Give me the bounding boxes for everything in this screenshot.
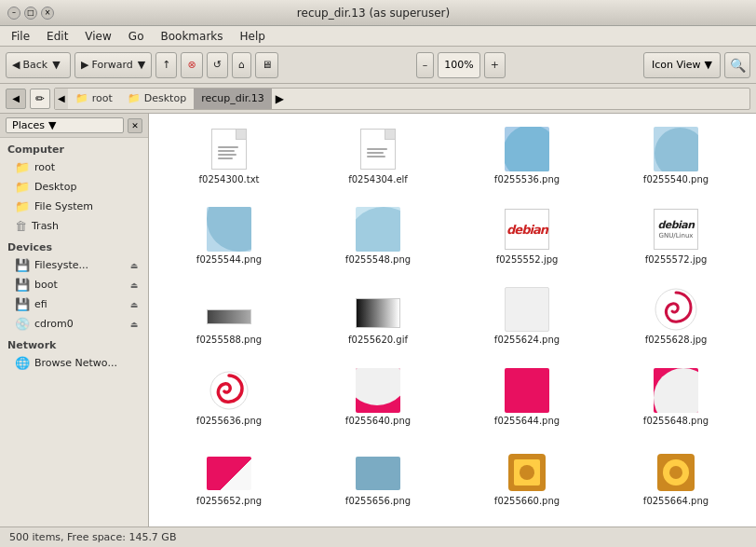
file-item[interactable]: f0255628.jpg [603, 281, 749, 358]
forward-button[interactable]: ▶ Forward ▼ [74, 52, 152, 78]
sidebar-section-network: Network [0, 334, 148, 353]
file-grid: f0254300.txt f0254304.elf [149, 114, 756, 526]
eject-button[interactable]: ⏏ [128, 298, 141, 311]
breadcrumb-root-label: root [92, 92, 113, 104]
breadcrumb-desktop-label: Desktop [144, 92, 186, 104]
menu-go[interactable]: Go [121, 28, 152, 45]
file-icon-elf [356, 127, 400, 171]
zoom-plus-button[interactable]: + [484, 52, 506, 78]
edit-location-button[interactable]: ✏ [30, 89, 50, 109]
file-item[interactable]: f0255588.png [156, 281, 302, 358]
file-label: f0255572.jpg [645, 253, 708, 266]
eject-button[interactable]: ⏏ [128, 279, 141, 292]
file-icon-png [207, 448, 251, 493]
maximize-button[interactable]: □ [24, 7, 37, 20]
eject-button[interactable]: ⏏ [128, 318, 141, 331]
file-icon-jpg [654, 287, 698, 332]
file-item[interactable]: f0255664.png [603, 443, 749, 519]
minimize-button[interactable]: – [7, 7, 20, 20]
file-item[interactable]: f0255660.png [454, 443, 600, 519]
breadcrumb-current[interactable]: recup_dir.13 [194, 89, 272, 109]
sidebar-item-boot[interactable]: 💾 boot ⏏ [0, 275, 148, 294]
sidebar-item-efi[interactable]: 💾 efi ⏏ [0, 294, 148, 314]
file-icon-png [207, 368, 251, 413]
sidebar-header: Places ▼ ✕ [0, 114, 148, 138]
home-button[interactable]: ⌂ [232, 52, 251, 78]
sidebar-item-filesystem[interactable]: 📁 File System [0, 197, 148, 216]
file-item[interactable]: f0255636.png [156, 362, 302, 439]
file-icon-png [505, 127, 549, 171]
file-item[interactable]: debian f0255552.jpg [454, 201, 600, 278]
breadcrumb: ◀ 📁 root 📁 Desktop recup_dir.13 ▶ [54, 88, 750, 110]
stop-button[interactable]: ⊗ [181, 52, 202, 78]
menu-file[interactable]: File [4, 28, 37, 45]
forward-dropdown-icon[interactable]: ▼ [138, 59, 145, 71]
sidebar-item-root[interactable]: 📁 root [0, 157, 148, 177]
file-item[interactable]: f0255544.png [156, 201, 302, 278]
back-button[interactable]: ◀ Back ▼ [6, 52, 71, 78]
sidebar-item-cdrom[interactable]: 💿 cdrom0 ⏏ [0, 314, 148, 334]
zoom-minus-button[interactable]: – [416, 52, 435, 78]
reload-button[interactable]: ↺ [207, 52, 228, 78]
file-item[interactable]: f0254300.txt [156, 121, 302, 198]
file-label: f0254304.elf [348, 173, 408, 185]
breadcrumb-back-arrow[interactable]: ◀ [55, 89, 68, 109]
breadcrumb-root[interactable]: 📁 root [68, 89, 120, 109]
debian-swirl-svg [654, 287, 698, 332]
menu-bookmarks[interactable]: Bookmarks [153, 28, 230, 45]
location-nav: ◀ [6, 89, 26, 109]
sidebar-close-button[interactable]: ✕ [128, 118, 142, 133]
sidebar-item-desktop[interactable]: 📁 Desktop [0, 177, 148, 197]
file-icon-png [356, 448, 400, 493]
breadcrumb-desktop[interactable]: 📁 Desktop [120, 89, 194, 109]
file-item[interactable]: f0255536.png [454, 121, 600, 198]
sidebar-item-root-label: root [34, 161, 55, 173]
menu-view[interactable]: View [77, 28, 118, 45]
file-label: f0254300.txt [199, 173, 260, 185]
close-button[interactable]: × [41, 7, 54, 20]
eject-button[interactable]: ⏏ [128, 259, 141, 272]
file-label: f0255652.png [196, 495, 262, 507]
folder-icon: 📁 [15, 199, 30, 213]
file-item[interactable]: f0255624.png [454, 281, 600, 358]
menu-edit[interactable]: Edit [39, 28, 75, 45]
file-item[interactable]: f0255640.png [305, 362, 451, 439]
file-item[interactable]: f0255548.png [305, 201, 451, 278]
status-text: 500 items, Free space: 145.7 GB [9, 531, 176, 543]
cdrom-icon: 💿 [15, 317, 30, 331]
view-select[interactable]: Icon View ▼ [643, 52, 721, 78]
debian-swirl-small-svg [207, 368, 251, 413]
file-label: f0255660.png [494, 495, 560, 507]
network-icon: 🌐 [15, 356, 30, 370]
file-label: f0255540.png [643, 173, 709, 185]
prev-location-button[interactable]: ◀ [6, 89, 26, 109]
file-label: f0255548.png [345, 253, 411, 266]
breadcrumb-end-arrow[interactable]: ▶ [272, 92, 288, 105]
places-dropdown[interactable]: Places ▼ [6, 117, 124, 133]
file-item[interactable]: f0255644.png [454, 362, 600, 439]
back-dropdown-icon[interactable]: ▼ [52, 59, 60, 71]
sidebar-item-browse-network[interactable]: 🌐 Browse Netwo... [0, 353, 148, 373]
up-icon: ↑ [162, 59, 170, 71]
view-dropdown-icon: ▼ [705, 59, 712, 71]
file-item[interactable]: f0254304.elf [305, 121, 451, 198]
search-icon: 🔍 [730, 58, 746, 73]
file-browser: f0254300.txt f0254304.elf [149, 114, 756, 526]
sidebar-item-trash[interactable]: 🗑 Trash [0, 216, 148, 236]
file-item[interactable]: f0255656.png [305, 443, 451, 519]
menu-help[interactable]: Help [233, 28, 273, 45]
sidebar: Places ▼ ✕ Computer 📁 root 📁 Desktop 📁 F… [0, 114, 149, 526]
computer-button[interactable]: 🖥 [255, 52, 278, 78]
up-button[interactable]: ↑ [155, 52, 177, 78]
file-icon-png [356, 207, 400, 252]
file-item[interactable]: debian GNU/Linux f0255572.jpg [603, 201, 749, 278]
search-button[interactable]: 🔍 [724, 52, 750, 78]
sidebar-item-filesyste[interactable]: 💾 Filesyste... ⏏ [0, 255, 148, 275]
window-controls[interactable]: – □ × [7, 7, 54, 20]
file-item[interactable]: f0255652.png [156, 443, 302, 519]
file-label: f0255552.jpg [496, 253, 559, 266]
file-item[interactable]: f0255648.png [603, 362, 749, 439]
file-item[interactable]: f0255620.gif [305, 281, 451, 358]
file-item[interactable]: f0255540.png [603, 121, 749, 198]
folder-icon: 📁 [75, 92, 88, 104]
